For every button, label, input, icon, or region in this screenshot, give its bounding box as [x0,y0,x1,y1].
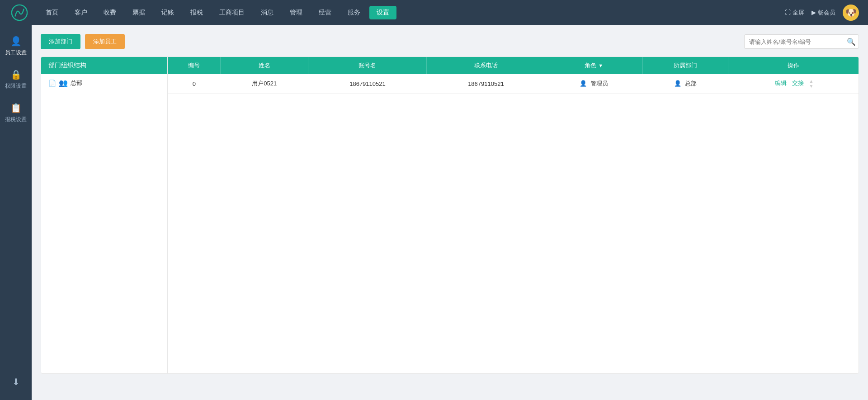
tree-item-label: 总部 [71,79,82,87]
search-icon: 🔍 [847,38,856,46]
cell-id: 0 [168,74,221,94]
cell-name: 用户0521 [221,74,308,94]
nav-right-area: ⛶ 全屏 ▶ 畅会员 🐶 [785,5,859,21]
cell-dept: 👤 总部 [642,74,728,94]
scroll-up-icon[interactable]: ▲ [809,79,813,84]
cell-account: 18679110521 [308,74,427,94]
col-header-id: 编号 [168,57,221,74]
sidebar-download-btn[interactable]: ⬇ [9,370,23,394]
top-navigation: 首页 客户 收费 票据 记账 报税 工商项目 消息 管理 经营 服务 设置 ⛶ … [0,0,868,25]
sidebar-item-permission-settings[interactable]: 🔒 权限设置 [0,63,32,96]
body-panel: 部门组织结构 📄 👥 总部 编号 姓 [41,56,859,374]
tree-header: 部门组织结构 [41,57,167,74]
table-row: 0 用户0521 18679110521 18679110521 👤 管理员 👤… [168,74,859,94]
tree-item-general[interactable]: 📄 👥 总部 [41,74,167,92]
sidebar-item-label-employee: 员工设置 [5,49,27,56]
doc-icon: 📄 [48,80,56,87]
cell-phone: 18679110521 [427,74,545,94]
download-icon: ⬇ [12,376,20,387]
main-content: 添加部门 添加员工 🔍 部门组织结构 📄 👥 总部 [32,25,868,400]
cell-role: 👤 管理员 [545,74,643,94]
fullscreen-icon: ⛶ [785,9,791,16]
role-user-icon: 👤 [580,80,587,87]
user-avatar[interactable]: 🐶 [843,5,859,21]
nav-item-tax[interactable]: 报税 [183,6,210,19]
col-header-action: 操作 [728,57,859,74]
col-header-account: 账号名 [308,57,427,74]
table-panel: 编号 姓名 账号名 联系电话 [168,57,859,373]
main-layout: 👤 员工设置 🔒 权限设置 📋 报税设置 ⬇ 添加部门 添加员工 🔍 [0,25,868,400]
col-header-dept: 所属部门 [642,57,728,74]
tree-panel: 部门组织结构 📄 👥 总部 [41,57,168,373]
tax-settings-icon: 📋 [10,103,22,113]
sidebar-item-label-permission: 权限设置 [5,82,27,90]
vip-icon: ▶ [811,9,816,16]
vip-btn[interactable]: ▶ 畅会员 [811,9,835,17]
nav-item-home[interactable]: 首页 [38,6,66,19]
nav-menu: 首页 客户 收费 票据 记账 报税 工商项目 消息 管理 经营 服务 设置 [38,6,785,19]
search-button[interactable]: 🔍 [844,34,859,49]
nav-item-accounting[interactable]: 记账 [154,6,181,19]
nav-item-business[interactable]: 工商项目 [212,6,252,19]
cell-actions: 编辑 交接 ▲ ▼ [728,74,859,94]
add-dept-button[interactable]: 添加部门 [41,34,80,49]
vip-label: 畅会员 [818,9,835,17]
sidebar-item-employee-settings[interactable]: 👤 员工设置 [0,29,32,63]
user-icon: 👥 [59,79,68,87]
col-header-phone: 联系电话 [427,57,545,74]
scroll-down-icon[interactable]: ▼ [809,84,813,89]
col-header-role: 角色 ▼ [545,57,643,74]
search-box: 🔍 [744,34,859,49]
transfer-link[interactable]: 交接 [792,80,804,86]
logo [5,0,34,25]
person-settings-icon: 👤 [10,36,22,47]
fullscreen-btn[interactable]: ⛶ 全屏 [785,9,804,17]
nav-item-operation[interactable]: 经营 [311,6,339,19]
sidebar-bottom: ⬇ [9,370,23,400]
nav-item-bill[interactable]: 票据 [125,6,152,19]
left-sidebar: 👤 员工设置 🔒 权限设置 📋 报税设置 ⬇ [0,25,32,400]
edit-link[interactable]: 编辑 [775,80,787,86]
add-employee-button[interactable]: 添加员工 [85,34,125,49]
fullscreen-label: 全屏 [793,9,804,17]
search-input[interactable] [744,34,844,49]
nav-item-message[interactable]: 消息 [254,6,281,19]
nav-item-service[interactable]: 服务 [340,6,368,19]
sidebar-item-label-tax: 报税设置 [5,116,27,123]
dept-user-icon: 👤 [674,80,681,87]
nav-item-settings[interactable]: 设置 [369,6,396,19]
lock-icon: 🔒 [10,69,22,80]
col-header-name: 姓名 [221,57,308,74]
nav-item-manage[interactable]: 管理 [283,6,310,19]
nav-item-client[interactable]: 客户 [67,6,94,19]
row-scroll-ctrl[interactable]: ▲ ▼ [809,79,813,89]
sidebar-item-tax-settings[interactable]: 📋 报税设置 [0,96,32,130]
role-filter-icon[interactable]: ▼ [598,63,603,68]
employee-table: 编号 姓名 账号名 联系电话 [168,57,859,94]
toolbar: 添加部门 添加员工 🔍 [41,34,859,49]
nav-item-fee[interactable]: 收费 [96,6,123,19]
